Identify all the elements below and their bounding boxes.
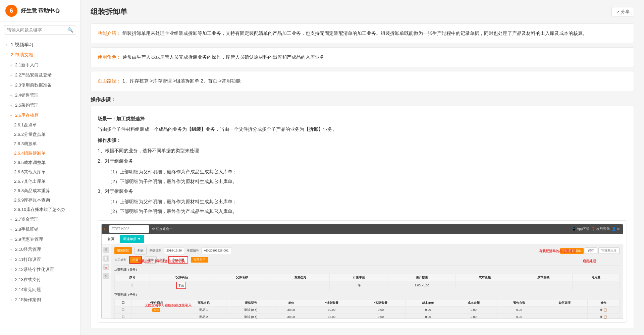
sidebar-item-s2_6[interactable]: － 2.6库存核算 xyxy=(9,110,80,120)
mock-icon-4: ⚙ xyxy=(103,273,109,279)
col-sub-spec: 规格型号 xyxy=(226,299,275,306)
sidebar-item-s2_6_4[interactable]: 2.6.4组装拆卸单 xyxy=(14,149,80,158)
screenshot-wrapper: 6 TEST-H002 ⚙ 切换账套一 📱 App下载 ❓ 在线帮助 👤 cc … xyxy=(98,220,627,323)
sidebar-item-s2_6_7[interactable]: 2.6.7其他出库单 xyxy=(14,177,80,186)
sidebar-item-s2_10[interactable]: ＋ 2.10经营管理 xyxy=(9,244,80,255)
toggle-s2_9: ＋ xyxy=(9,237,13,242)
mock-screenshot: 6 TEST-H002 ⚙ 切换账套一 📱 App下载 ❓ 在线帮助 👤 cc … xyxy=(101,224,623,319)
main-content: 组装拆卸单 ↗ 分享 功能介绍： 组装拆卸单用来处理企业组装或拆卸等加工业务，支… xyxy=(80,0,644,335)
sidebar-item-s2_6_2[interactable]: 2.6.2分量盘点单 xyxy=(14,130,80,139)
mock-list-tab: 列表 xyxy=(135,247,147,254)
col-cost: 成本金额 xyxy=(455,274,514,281)
mock-icon-1: ☰ xyxy=(103,247,109,253)
step1: 1、根据不同的业务，选择不同单据的类型来处理 xyxy=(98,147,627,155)
sidebar-item-s2_13[interactable]: ＋ 2.13在线支付 xyxy=(9,275,80,285)
scene1-desc: 当由多个子件材料组装成一个成品的业务为【组装】业务，当由一个父件拆分成多个子产品… xyxy=(98,126,337,132)
steps-card: 场景一：加工类型选择 当由多个子件材料组装成一个成品的业务为【组装】业务，当由一… xyxy=(91,106,634,329)
search-icon: 🔍 xyxy=(67,27,73,33)
sidebar-item-s2[interactable]: － 2.帮助文档 xyxy=(0,50,80,60)
sidebar-item-s2_5[interactable]: ＋ 2.5采购管理 xyxy=(9,100,80,110)
toggle-s2_3: ＋ xyxy=(9,83,13,88)
mock-ordernum-value: AD-20191226-001 xyxy=(202,247,231,254)
mock-audit-btn[interactable]: 审核并入库 xyxy=(598,247,620,254)
annotation-apply: 启用处理 xyxy=(583,258,596,264)
mock-lower-table-title: 下部明细（子件） xyxy=(114,292,620,297)
sidebar-item-s2_9[interactable]: ＋ 2.9优惠券管理 xyxy=(9,234,80,244)
sidebar-item-s2_7[interactable]: ＋ 2.7资金管理 xyxy=(9,214,80,224)
step2-sub1: （1）上部明细为父件明细，最终作为产成品生成其它入库单； xyxy=(108,168,627,176)
mock-type-row: 加工类型 组装 拆卸 仓库 仓储品用 立即采用 xyxy=(114,256,620,264)
sidebar-item-label-s2: 2.帮助文档 xyxy=(11,52,34,58)
sidebar-item-s2_6_8[interactable]: 2.6.8商品成本重算 xyxy=(14,186,80,196)
mock-icon-2: 📄 xyxy=(103,256,109,262)
sidebar-item-s2_14[interactable]: ＋ 2.14常见问题 xyxy=(9,285,80,295)
sidebar-item-s1[interactable]: ＋ 1.视频学习 xyxy=(0,40,80,50)
mock-top-label: ⚙ 切换账套一 xyxy=(152,226,173,232)
table-row: 1 木兰 件 1.00 ×1.00 xyxy=(115,281,620,290)
scene1-title: 场景一：加工类型选择 xyxy=(98,115,627,123)
col-sub-real: *实际数量 xyxy=(356,299,405,306)
path-text: 1、库存核算->库存管理->组装拆卸单 2、首页->常用功能 xyxy=(122,78,240,83)
sidebar-item-s2_2[interactable]: ＋ 2.2产品安装及登录 xyxy=(9,70,80,80)
step3-sub1: （1）上部明细为父件明细，最终作为原材料生成其它出库单； xyxy=(108,198,627,206)
col-sub-action: 操作 xyxy=(587,299,619,306)
sidebar-item-s2_6_10[interactable]: 2.6.10库存账本错了怎么办 xyxy=(14,205,80,214)
sidebar-item-s2_8[interactable]: ＋ 2.8手机旺铺 xyxy=(9,224,80,234)
search-input[interactable] xyxy=(7,27,67,33)
step2: 2、对于组装业务 xyxy=(98,157,627,165)
sidebar-item-s2_11[interactable]: ＋ 2.11打印设置 xyxy=(9,255,80,265)
app-logo: 6 xyxy=(5,5,17,17)
page-title: 组装拆卸单 xyxy=(91,7,127,17)
sidebar-item-s2_12[interactable]: ＋ 2.12系统个性化设置 xyxy=(9,265,80,275)
col-unit: 计量单位 xyxy=(330,274,388,281)
annotation-type: 组装业务、拆卸业务在这里切换 xyxy=(138,258,185,264)
mock-ordernum-label: 单据编号 xyxy=(187,248,199,253)
mock-logo: 6 xyxy=(104,226,106,233)
toggle-s2_10: ＋ xyxy=(9,247,13,252)
intro-card: 功能介绍： 组装拆卸单用来处理企业组装或拆卸等加工业务，支持有固定装配清单的产品… xyxy=(91,23,634,43)
sidebar-item-s2_6_5[interactable]: 2.6.5成本调整单 xyxy=(14,158,80,167)
sidebar-item-s2_15[interactable]: ＋ 2.15操作案例 xyxy=(9,295,80,305)
toggle-s2_2: ＋ xyxy=(9,73,13,78)
mock-date-label: 单据日期 xyxy=(149,248,161,253)
col-avail: 可用量 xyxy=(573,274,620,281)
col-name: 父件名称 xyxy=(213,274,271,281)
role-card: 使用角色： 通常由生产人员或库管人员完成拆装业务的操作，库管人员确认原材料的出库… xyxy=(91,47,634,67)
sidebar-item-label-s1: 1.视频学习 xyxy=(11,42,34,48)
mock-apply-btn[interactable]: 立即采用 xyxy=(191,257,208,263)
toggle-s2_6: － xyxy=(9,113,13,118)
mock-sku-input[interactable]: 木兰 xyxy=(176,282,186,289)
col-sub-amount: 成本金额 xyxy=(451,299,496,306)
app-name: 好生意 帮助中心 xyxy=(21,7,60,14)
col-sub-cost: 成本单价 xyxy=(405,299,451,306)
toggle-s2_7: ＋ xyxy=(9,217,13,222)
sidebar-item-s2_6_9[interactable]: 2.6.9库存账本查询 xyxy=(14,196,80,205)
mock-nav-tabs: 首页 新建单据 ▼ xyxy=(102,234,623,245)
share-button[interactable]: ↗ 分享 xyxy=(611,7,634,16)
mock-app-icon: 📱 App下载 xyxy=(572,226,589,232)
step3-sub2: （2）下部明细为子件明细，最终作为产成品生成其它入库单。 xyxy=(108,207,627,216)
mock-sidebar-icons: ☰ 📄 📊 ⚙ xyxy=(102,245,111,319)
intro-text: 组装拆卸单用来处理企业组装或拆卸等加工业务，支持有固定装配清单的产品加工业务，也… xyxy=(122,31,587,36)
sidebar-item-s2_3[interactable]: ＋ 2.3使用前数据准备 xyxy=(9,80,80,90)
sidebar-item-s2_4[interactable]: ＋ 2.4销售管理 xyxy=(9,90,80,100)
sidebar-item-s2_1[interactable]: ＋ 2.1新手入门 xyxy=(9,60,80,70)
sidebar-item-s2_6_3[interactable]: 2.6.3调拨单 xyxy=(14,139,80,149)
nav-sub-s2: ＋ 2.1新手入门 ＋ 2.2产品安装及登录 ＋ 2.3使用前数据准备 ＋ 2.… xyxy=(0,60,80,305)
mock-type-label: 加工类型 xyxy=(114,257,126,263)
toggle-s2_11: ＋ xyxy=(9,257,13,262)
sidebar-item-s2_6_6[interactable]: 2.6.6其他入库单 xyxy=(14,167,80,177)
toggle-s2_4: ＋ xyxy=(9,93,13,98)
search-bar[interactable]: 🔍 xyxy=(4,25,76,35)
ops-title: 操作步骤： xyxy=(91,97,634,103)
sidebar-header: 6 好生意 帮助中心 xyxy=(0,0,80,22)
sidebar-item-s2_6_1[interactable]: 2.6.1盘点单 xyxy=(14,120,80,130)
col-sku: *父件商品 xyxy=(150,274,213,281)
role-label: 使用角色： xyxy=(98,54,121,60)
col-sub-plan: *计划数量 xyxy=(307,299,356,306)
annotation-bom: 有装配清单的在这里处理 xyxy=(539,248,576,254)
mock-tab-new: 新建单据 ▼ xyxy=(120,235,144,243)
step2-sub2: （2）下部明细为子件明细，最终作为原材料生成其它出库单。 xyxy=(108,177,627,186)
mock-save-btn[interactable]: 保存 xyxy=(585,247,597,254)
mock-help-icon: ❓ 在线帮助 xyxy=(591,226,610,232)
